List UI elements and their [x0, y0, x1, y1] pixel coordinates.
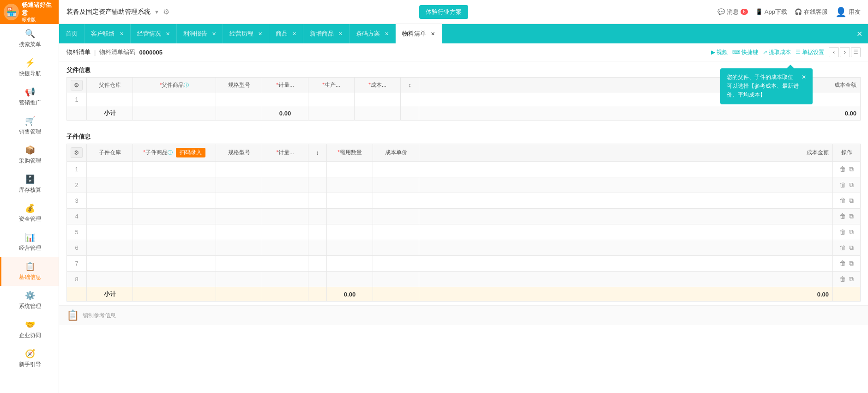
child-product-cell[interactable] — [133, 256, 216, 272]
tab-close-newgoods[interactable]: ✕ — [338, 31, 343, 37]
copy-row-btn[interactable]: ⧉ — [848, 212, 855, 221]
child-unit-cost-cell[interactable] — [373, 256, 419, 272]
parent-warehouse-cell[interactable] — [87, 93, 133, 106]
tab-close-goods[interactable]: ✕ — [292, 31, 296, 37]
child-product-cell[interactable] — [133, 193, 216, 209]
child-qty-cell[interactable] — [327, 177, 373, 193]
child-warehouse-cell[interactable] — [87, 240, 133, 256]
child-qty-cell[interactable] — [327, 256, 373, 272]
tab-bom[interactable]: 物料清单✕ — [396, 24, 442, 43]
child-gear-btn[interactable]: ⚙ — [71, 147, 83, 158]
child-unit-cost-cell[interactable] — [373, 240, 419, 256]
tab-close-bom[interactable]: ✕ — [431, 31, 435, 37]
single-setting-btn[interactable]: ☰ 单据设置 — [796, 48, 824, 56]
child-unit-cost-cell[interactable] — [373, 177, 419, 193]
child-unit-cost-cell[interactable] — [373, 162, 419, 177]
online-service-btn[interactable]: 🎧 在线客服 — [795, 8, 828, 16]
view-btn[interactable]: ▶ 视频 — [711, 48, 728, 56]
child-product-cell[interactable] — [133, 224, 216, 240]
child-product-cell[interactable] — [133, 177, 216, 193]
child-product-cell[interactable] — [133, 162, 216, 177]
delete-row-btn[interactable]: 🗑 — [838, 259, 847, 268]
sidebar-item-search[interactable]: 🔍搜索菜单 — [0, 24, 59, 53]
message-btn[interactable]: 💬 消息 6 — [717, 8, 748, 16]
tab-home[interactable]: 首页 — [59, 24, 84, 43]
sidebar-item-marketing[interactable]: 📢营销推广 — [0, 82, 59, 111]
child-unit-cell[interactable] — [262, 177, 308, 193]
close-tab-icon[interactable]: ✕ — [855, 30, 864, 38]
child-unit-cost-cell[interactable] — [373, 193, 419, 209]
gear-icon[interactable]: ⚙ — [163, 7, 169, 16]
sidebar-item-system[interactable]: ⚙️系统管理 — [0, 286, 59, 315]
sidebar-item-basicinfo[interactable]: 📋基础信息 — [0, 257, 59, 286]
child-unit-cell[interactable] — [262, 240, 308, 256]
tab-close-history[interactable]: ✕ — [258, 31, 262, 37]
tooltip-close-btn[interactable]: ✕ — [802, 73, 806, 82]
child-qty-cell[interactable] — [327, 193, 373, 209]
pager-next[interactable]: › — [840, 47, 850, 57]
child-spec-cell[interactable] — [216, 177, 262, 193]
copy-row-btn[interactable]: ⧉ — [848, 259, 855, 268]
child-qty-cell[interactable] — [327, 272, 373, 287]
user-btn[interactable]: 👤 用友 — [835, 6, 861, 18]
tab-barcode[interactable]: 条码方案✕ — [350, 24, 396, 43]
sidebar-item-sales[interactable]: 🛒销售管理 — [0, 111, 59, 140]
tab-profit[interactable]: 利润报告✕ — [177, 24, 223, 43]
tab-close-profit[interactable]: ✕ — [212, 31, 216, 37]
child-spec-cell[interactable] — [216, 256, 262, 272]
child-warehouse-cell[interactable] — [87, 193, 133, 209]
child-qty-cell[interactable] — [327, 209, 373, 224]
extract-cost-btn[interactable]: ↗ 提取成本 — [763, 48, 791, 56]
child-unit-cell[interactable] — [262, 272, 308, 287]
pager-prev[interactable]: ‹ — [829, 47, 839, 57]
child-warehouse-cell[interactable] — [87, 272, 133, 287]
sidebar-item-coop[interactable]: 🤝企业协同 — [0, 315, 59, 344]
parent-spec-cell[interactable] — [216, 93, 262, 106]
child-warehouse-cell[interactable] — [87, 209, 133, 224]
tab-operations[interactable]: 经营情况✕ — [131, 24, 177, 43]
delete-row-btn[interactable]: 🗑 — [838, 196, 847, 205]
copy-row-btn[interactable]: ⧉ — [848, 243, 855, 253]
child-spec-cell[interactable] — [216, 193, 262, 209]
sidebar-item-operation[interactable]: 📊经营管理 — [0, 228, 59, 257]
delete-row-btn[interactable]: 🗑 — [838, 212, 847, 221]
child-unit-cell[interactable] — [262, 193, 308, 209]
child-unit-cell[interactable] — [262, 256, 308, 272]
delete-row-btn[interactable]: 🗑 — [838, 274, 847, 284]
child-warehouse-cell[interactable] — [87, 162, 133, 177]
parent-produce-cell[interactable] — [308, 93, 355, 106]
tab-history[interactable]: 经营历程✕ — [223, 24, 269, 43]
copy-row-btn[interactable]: ⧉ — [848, 196, 855, 206]
parent-gear-btn[interactable]: ⚙ — [71, 80, 83, 91]
sidebar-item-finance[interactable]: 💰资金管理 — [0, 199, 59, 228]
child-product-cell[interactable] — [133, 240, 216, 256]
tab-newgoods[interactable]: 新增商品✕ — [303, 24, 350, 43]
child-warehouse-cell[interactable] — [87, 224, 133, 240]
copy-row-btn[interactable]: ⧉ — [848, 164, 855, 174]
child-unit-cost-cell[interactable] — [373, 272, 419, 287]
delete-row-btn[interactable]: 🗑 — [838, 243, 847, 252]
child-spec-cell[interactable] — [216, 209, 262, 224]
child-unit-cell[interactable] — [262, 162, 308, 177]
copy-row-btn[interactable]: ⧉ — [848, 227, 855, 237]
tab-goods[interactable]: 商品✕ — [269, 24, 303, 43]
experience-btn[interactable]: 体验行业方案 — [419, 5, 468, 19]
child-warehouse-cell[interactable] — [87, 256, 133, 272]
copy-row-btn[interactable]: ⧉ — [848, 274, 855, 284]
child-product-cell[interactable] — [133, 209, 216, 224]
tab-close-operations[interactable]: ✕ — [166, 31, 170, 37]
tab-close-barcode[interactable]: ✕ — [385, 31, 389, 37]
child-unit-cell[interactable] — [262, 209, 308, 224]
sidebar-item-purchase[interactable]: 📦采购管理 — [0, 140, 59, 169]
tab-close-customers[interactable]: ✕ — [120, 31, 124, 37]
child-unit-cost-cell[interactable] — [373, 224, 419, 240]
scan-input-btn[interactable]: 扫码录入 — [176, 148, 205, 157]
child-qty-cell[interactable] — [327, 240, 373, 256]
sidebar-item-quicknav[interactable]: ⚡快捷导航 — [0, 53, 59, 82]
parent-cost-cell[interactable] — [355, 93, 401, 106]
child-spec-cell[interactable] — [216, 224, 262, 240]
pager-menu[interactable]: ☰ — [851, 47, 861, 57]
sidebar-item-guide[interactable]: 🧭新手引导 — [0, 344, 59, 373]
delete-row-btn[interactable]: 🗑 — [838, 164, 847, 174]
copy-row-btn[interactable]: ⧉ — [848, 180, 855, 190]
